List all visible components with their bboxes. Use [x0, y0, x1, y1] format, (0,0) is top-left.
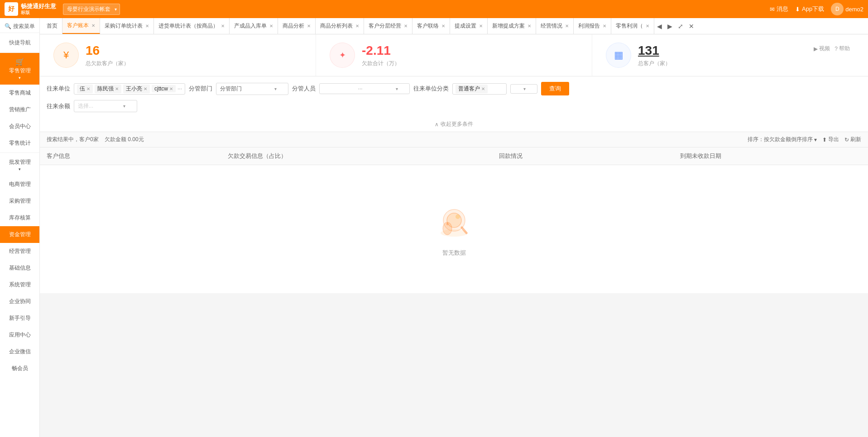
- tab-close-all[interactable]: ✕: [686, 18, 697, 34]
- data-table: 客户信息 欠款交易信息（占比） 回款情况 到期未收款日期: [40, 147, 868, 293]
- tab-customer-account[interactable]: 客户账本 ✕: [62, 18, 100, 34]
- sidebar-item-member[interactable]: 畅会员: [0, 360, 39, 377]
- sidebar-item-operations[interactable]: 经营管理: [0, 243, 39, 260]
- sidebar-item-marketing[interactable]: 营销推广: [0, 101, 39, 118]
- sidebar-item-app-center[interactable]: 应用中心: [0, 327, 39, 343]
- tab-close-new-promo[interactable]: ✕: [528, 24, 531, 28]
- app-download-button[interactable]: ⬇ App下载: [795, 5, 824, 13]
- sidebar-item-new-guide[interactable]: 新手引导: [0, 310, 39, 327]
- tab-retail-profit[interactable]: 零售利润（ ✕: [611, 18, 654, 34]
- top-bar: 好 畅捷通好生意 标版 母婴行业演示帐套 ✉ 消息 ⬇ App下载 D demo…: [0, 0, 868, 18]
- total-customers-label: 总客户（家）: [638, 60, 671, 67]
- tab-promo-settings[interactable]: 提成设置 ✕: [450, 18, 488, 34]
- tab-close-goods-analysis[interactable]: ✕: [307, 24, 311, 28]
- sidebar-quick-nav: 快捷导航: [0, 33, 39, 53]
- tab-goods-analysis-list[interactable]: 商品分析列表 ✕: [316, 18, 364, 34]
- tab-close-customer-tier[interactable]: ✕: [404, 24, 408, 28]
- video-link[interactable]: ▶ 视频: [814, 45, 830, 52]
- category-filter-dropdown[interactable]: [510, 84, 537, 94]
- sidebar-item-retail-stats[interactable]: 零售统计: [0, 135, 39, 152]
- chevron-up-icon: ∧: [435, 121, 439, 128]
- tab-close-purchase-stats[interactable]: ✕: [221, 24, 225, 28]
- tab-maximize[interactable]: ⤢: [675, 18, 686, 34]
- tab-profit-report[interactable]: 利润报告 ✕: [574, 18, 611, 34]
- sidebar-divider-1: [0, 152, 39, 153]
- empty-text: 暂无数据: [442, 249, 466, 257]
- tab-home[interactable]: 首页: [42, 18, 62, 34]
- logo-sub: 标版: [21, 10, 56, 15]
- query-button[interactable]: 查询: [541, 82, 569, 95]
- messages-button[interactable]: ✉ 消息: [770, 5, 788, 13]
- refresh-button[interactable]: ↻ 刷新: [844, 136, 861, 143]
- company-filter-more[interactable]: ···: [177, 86, 182, 92]
- tab-close-purchase-order[interactable]: ✕: [145, 24, 149, 28]
- tab-product-stock[interactable]: 产成品入库单 ✕: [230, 18, 278, 34]
- category-tag-normal-close[interactable]: ✕: [481, 86, 485, 91]
- company-tag-cjttcw-close[interactable]: ✕: [169, 86, 173, 91]
- tab-close-customer-account[interactable]: ✕: [91, 23, 95, 28]
- company-tag-wang[interactable]: 王小亮 ✕: [123, 85, 150, 93]
- arrears-number: -2.11: [362, 43, 400, 58]
- sort-select[interactable]: 排序：按欠款金额倒序排序 ▾: [748, 136, 817, 143]
- sidebar-item-retail-mall[interactable]: 零售商城: [0, 85, 39, 101]
- col-arrears-info: 欠款交易信息（占比）: [228, 152, 499, 160]
- tab-close-customer-contact[interactable]: ✕: [441, 24, 445, 28]
- tab-close-product-stock[interactable]: ✕: [269, 24, 273, 28]
- tab-goods-analysis[interactable]: 商品分析 ✕: [278, 18, 316, 34]
- account-selector[interactable]: 母婴行业演示帐套: [63, 4, 120, 15]
- sidebar-item-enterprise-wx[interactable]: 企业微信: [0, 343, 39, 360]
- company-tag-cjttcw[interactable]: cjttcw ✕: [152, 85, 176, 92]
- tab-close-promo-settings[interactable]: ✕: [479, 24, 483, 28]
- help-link[interactable]: ? 帮助: [834, 45, 850, 52]
- sidebar-item-enterprise-co[interactable]: 企业协同: [0, 293, 39, 310]
- collapse-button[interactable]: ∧ 收起更多条件: [47, 117, 861, 132]
- filter-row-2: 往来余额 选择...: [47, 100, 861, 112]
- app-container: 好 畅捷通好生意 标版 母婴行业演示帐套 ✉ 消息 ⬇ App下载 D demo…: [0, 0, 868, 437]
- sidebar-item-ecommerce[interactable]: 电商管理: [0, 176, 39, 193]
- col-customer-info: 客户信息: [47, 152, 228, 160]
- tab-new-promo[interactable]: 新增提成方案 ✕: [488, 18, 536, 34]
- tab-close-profit-report[interactable]: ✕: [603, 24, 606, 28]
- sidebar-item-wholesale[interactable]: 批发管理 ▾: [0, 154, 39, 176]
- sidebar-item-inventory[interactable]: 库存核算: [0, 209, 39, 226]
- sidebar-item-purchase[interactable]: 采购管理: [0, 193, 39, 209]
- company-tag-chen[interactable]: 陈民强 ✕: [95, 85, 121, 93]
- tab-close-goods-list[interactable]: ✕: [355, 24, 359, 28]
- company-tag-chen-close[interactable]: ✕: [115, 86, 119, 91]
- col-repayment: 回款情况: [499, 152, 680, 160]
- chevron-icon: ▾: [19, 76, 21, 80]
- sidebar-search[interactable]: 🔍 搜索菜单: [0, 18, 39, 33]
- total-customers-number: 131: [638, 43, 671, 58]
- company-filter-tags[interactable]: 伍 ✕ 陈民强 ✕ 王小亮 ✕: [74, 83, 185, 95]
- filter-row-1: 往来单位 伍 ✕ 陈民强 ✕ 王小亮: [47, 82, 861, 95]
- sidebar-item-finance[interactable]: 资金管理: [0, 226, 39, 243]
- tab-purchase-order[interactable]: 采购订单统计表 ✕: [100, 18, 154, 34]
- tab-nav-right[interactable]: ▶: [665, 18, 675, 34]
- sidebar-item-system[interactable]: 系统管理: [0, 276, 39, 293]
- tab-close-operation[interactable]: ✕: [565, 24, 569, 28]
- company-tag-wu-close[interactable]: ✕: [86, 86, 90, 91]
- stat-block-credit-customers: ¥ 16 总欠款客户（家）: [40, 34, 316, 76]
- tab-operation[interactable]: 经营情况 ✕: [536, 18, 574, 34]
- tab-customer-tier[interactable]: 客户分层经营 ✕: [364, 18, 412, 34]
- app-logo: 好 畅捷通好生意 标版: [5, 2, 56, 16]
- user-avatar-button[interactable]: D demo2: [831, 3, 863, 15]
- company-tag-wu[interactable]: 伍 ✕: [77, 85, 93, 93]
- tab-nav-left[interactable]: ◀: [654, 18, 665, 34]
- company-tag-wang-close[interactable]: ✕: [144, 86, 147, 91]
- sidebar: 🔍 搜索菜单 快捷导航 🛒 零售管理 ▾ 零售商城 营销推广 会员中心: [0, 18, 40, 437]
- department-filter-select[interactable]: 分管部门: [216, 83, 288, 95]
- manager-filter-select[interactable]: ···: [319, 83, 410, 94]
- sidebar-item-retail-management[interactable]: 🛒 零售管理 ▾: [0, 53, 39, 85]
- tab-purchase-stats[interactable]: 进货单统计表（按商品） ✕: [154, 18, 230, 34]
- sidebar-item-member-center[interactable]: 会员中心: [0, 118, 39, 135]
- tab-customer-contact[interactable]: 客户联络 ✕: [412, 18, 450, 34]
- category-tag-normal[interactable]: 普通客户 ✕: [456, 85, 488, 93]
- sidebar-item-basic-info[interactable]: 基础信息: [0, 260, 39, 276]
- category-filter-tags[interactable]: 普通客户 ✕: [452, 83, 507, 95]
- sidebar-item-quick-nav[interactable]: 快捷导航: [0, 35, 39, 50]
- export-button[interactable]: ⬆ 导出: [822, 136, 839, 143]
- balance-filter-select[interactable]: 选择...: [74, 100, 137, 112]
- tab-close-retail-profit[interactable]: ✕: [646, 24, 649, 28]
- manager-filter-dots[interactable]: ···: [356, 86, 364, 92]
